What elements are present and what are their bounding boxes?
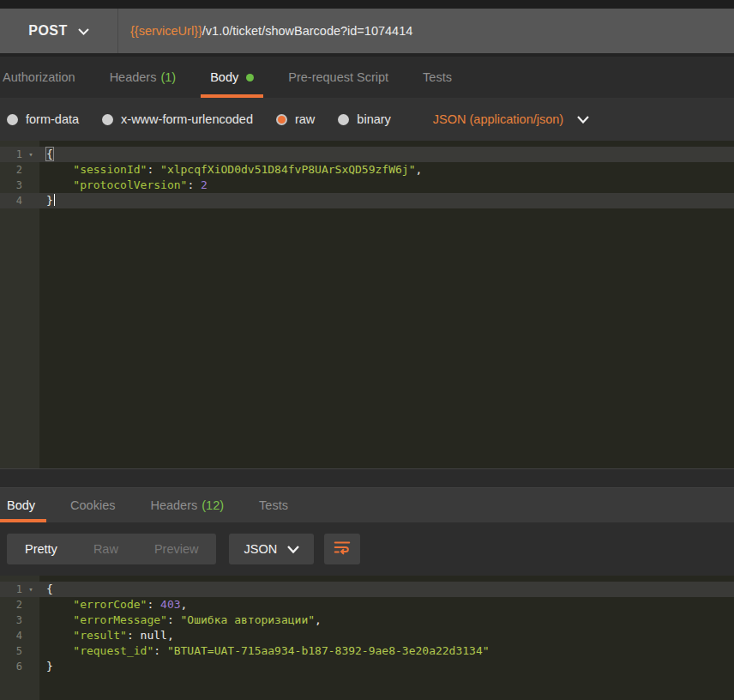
line-gutter: 4 xyxy=(0,193,39,208)
code-text[interactable]: { xyxy=(39,147,53,162)
code-token: , xyxy=(167,629,174,642)
code-text[interactable]: "protocolVersion": 2 xyxy=(39,178,208,193)
content-type-selector[interactable]: JSON (application/json) xyxy=(433,112,589,127)
code-token: { xyxy=(46,148,53,160)
code-text[interactable]: } xyxy=(39,659,53,674)
active-tab-underline xyxy=(201,94,263,98)
code-token: "errorCode" xyxy=(73,598,147,611)
mode-binary[interactable]: binary xyxy=(338,112,391,126)
tab-tests[interactable]: Tests xyxy=(423,57,452,98)
response-format-selector[interactable]: JSON xyxy=(229,534,314,564)
code-text[interactable]: "request_id": "BTUAT=UAT-715aa934-b187-8… xyxy=(39,643,490,659)
line-gutter: 2 xyxy=(0,162,39,178)
tab-body[interactable]: Body xyxy=(210,57,254,98)
radio-selected-icon[interactable] xyxy=(276,114,287,125)
tab-pre-request-script[interactable]: Pre-request Script xyxy=(288,57,388,98)
code-token: 403 xyxy=(160,598,180,611)
mode-x-www-form-urlencoded[interactable]: x-www-form-urlencoded xyxy=(102,112,253,126)
line-number: 3 xyxy=(0,178,22,193)
response-body-editor[interactable]: 1▾{2 "errorCode": 403,3 "errorMessage": … xyxy=(0,576,734,700)
view-mode-preview[interactable]: Preview xyxy=(136,534,217,564)
window-top-strip xyxy=(0,0,734,9)
text-cursor xyxy=(54,194,55,206)
code-line[interactable]: 2 "errorCode": 403, xyxy=(0,597,734,612)
mode-form-data[interactable]: form-data xyxy=(7,112,79,126)
code-token xyxy=(46,644,73,657)
line-number: 3 xyxy=(0,612,22,628)
method-selector[interactable]: POST xyxy=(0,9,118,53)
line-gutter: 4 xyxy=(0,628,39,643)
code-token: 2 xyxy=(201,178,208,191)
response-tab-headers[interactable]: Headers (12) xyxy=(150,488,224,522)
response-tab-body[interactable]: Body xyxy=(7,488,35,522)
content-type-chevron-icon xyxy=(563,112,589,127)
wrap-text-icon xyxy=(333,538,352,560)
view-mode-raw[interactable]: Raw xyxy=(75,534,136,564)
radio-unselected-icon[interactable] xyxy=(102,114,113,125)
wrap-text-button[interactable] xyxy=(324,534,360,564)
code-text[interactable]: { xyxy=(39,582,53,597)
format-chevron-icon xyxy=(287,541,299,557)
active-tab-underline xyxy=(0,519,46,522)
code-token: "BTUAT=UAT-715aa934-b187-8392-9ae8-3e20a… xyxy=(167,644,490,657)
url-environment-variable: {{serviceUrl}} xyxy=(130,24,202,38)
view-mode-group: Pretty Raw Preview xyxy=(7,534,216,564)
response-tab-bar: Body Cookies Headers (12) Tests xyxy=(0,488,734,522)
line-number: 6 xyxy=(0,659,22,674)
code-text[interactable]: "errorMessage": "Ошибка авторизации", xyxy=(39,612,322,628)
code-token: : xyxy=(147,163,160,176)
code-token: : xyxy=(153,644,167,657)
response-tab-cookies[interactable]: Cookies xyxy=(70,488,115,522)
request-body-editor[interactable]: 1▾{2 "sessionId": "xlpcqfXiOD0dv51D84fvP… xyxy=(0,141,734,468)
code-token xyxy=(46,178,73,191)
body-filled-dot-icon xyxy=(246,74,254,81)
code-line[interactable]: 4 "result": null, xyxy=(0,628,734,643)
response-tab-tests[interactable]: Tests xyxy=(259,488,288,522)
view-mode-pretty[interactable]: Pretty xyxy=(7,534,75,564)
tab-headers[interactable]: Headers (1) xyxy=(110,57,177,98)
fold-arrow-icon[interactable]: ▾ xyxy=(22,582,39,597)
code-token: , xyxy=(315,613,322,626)
radio-unselected-icon[interactable] xyxy=(7,114,18,125)
tab-authorization[interactable]: Authorization xyxy=(3,57,75,98)
code-token: } xyxy=(46,660,53,673)
line-number: 1 xyxy=(0,582,22,597)
line-number: 1 xyxy=(0,147,22,162)
pane-splitter[interactable] xyxy=(0,468,734,488)
code-token xyxy=(46,613,73,626)
content-type-label: JSON (application/json) xyxy=(433,112,563,126)
line-number: 4 xyxy=(0,193,22,208)
radio-unselected-icon[interactable] xyxy=(338,114,349,125)
code-line[interactable]: 1▾{ xyxy=(0,582,734,597)
code-line[interactable]: 6} xyxy=(0,659,734,674)
code-token: "result" xyxy=(73,629,127,642)
code-token: , xyxy=(181,598,188,611)
code-text[interactable]: "errorCode": 403, xyxy=(39,597,187,612)
code-token: : xyxy=(127,629,141,642)
code-token: "sessionId" xyxy=(73,163,147,176)
method-chevron-icon xyxy=(78,23,89,39)
code-line[interactable]: 3 "errorMessage": "Ошибка авторизации", xyxy=(0,612,734,628)
code-token: "protocolVersion" xyxy=(73,178,187,191)
fold-arrow-icon[interactable]: ▾ xyxy=(22,147,39,162)
code-token xyxy=(46,629,73,642)
line-gutter: 5 xyxy=(0,643,39,659)
url-input[interactable]: {{serviceUrl}}/v1.0/ticket/showBarcode?i… xyxy=(118,9,734,53)
line-gutter: 1▾ xyxy=(0,147,39,162)
mode-raw[interactable]: raw xyxy=(276,112,315,126)
headers-count-badge: (1) xyxy=(160,70,176,84)
code-token: : xyxy=(167,613,181,626)
code-line[interactable]: 2 "sessionId": "xlpcqfXiOD0dv51D84fvP8UA… xyxy=(0,162,734,178)
code-text[interactable]: "sessionId": "xlpcqfXiOD0dv51D84fvP8UArS… xyxy=(39,162,422,178)
code-line[interactable]: 3 "protocolVersion": 2 xyxy=(0,178,734,193)
code-token xyxy=(46,163,73,176)
code-token: : xyxy=(147,598,160,611)
code-text[interactable]: "result": null, xyxy=(39,628,174,643)
postman-window: POST {{serviceUrl}}/v1.0/ticket/showBarc… xyxy=(0,0,734,700)
line-gutter: 3 xyxy=(0,612,39,628)
code-line[interactable]: 1▾{ xyxy=(0,147,734,162)
code-line[interactable]: 4} xyxy=(0,193,734,208)
response-headers-count-badge: (12) xyxy=(202,498,224,512)
code-line[interactable]: 5 "request_id": "BTUAT=UAT-715aa934-b187… xyxy=(0,643,734,659)
code-text[interactable]: } xyxy=(39,193,55,208)
